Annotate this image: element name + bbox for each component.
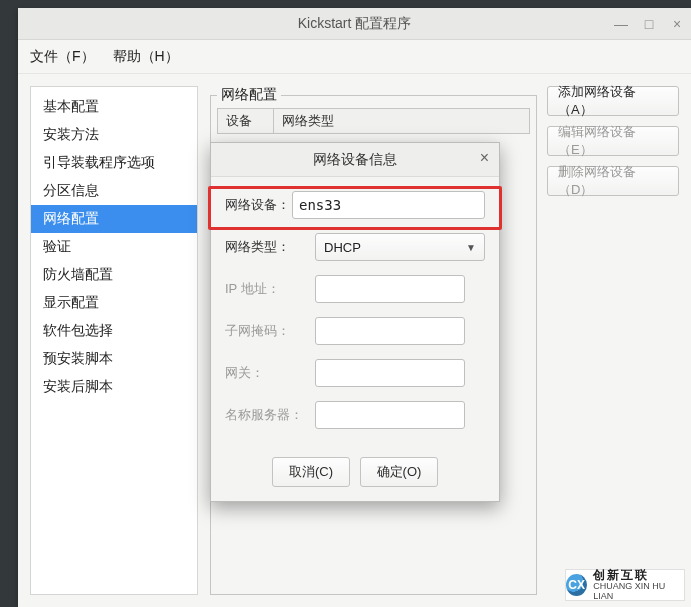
window-controls: — □ ×: [613, 8, 685, 40]
sidebar-item-postscript[interactable]: 安装后脚本: [31, 373, 197, 401]
menu-file[interactable]: 文件（F）: [30, 48, 95, 66]
sidebar-item-firewall[interactable]: 防火墙配置: [31, 261, 197, 289]
sidebar-item-install[interactable]: 安装方法: [31, 121, 197, 149]
sidebar-item-basic[interactable]: 基本配置: [31, 93, 197, 121]
row-type: 网络类型： DHCP ▼: [225, 233, 485, 261]
nameserver-label: 名称服务器：: [225, 406, 315, 424]
sidebar-item-prescript[interactable]: 预安装脚本: [31, 345, 197, 373]
device-table-header: 设备 网络类型: [217, 108, 530, 134]
titlebar: Kickstart 配置程序 — □ ×: [18, 8, 691, 40]
col-device[interactable]: 设备: [218, 109, 274, 133]
device-buttons: 添加网络设备（A） 编辑网络设备（E） 删除网络设备（D）: [547, 86, 679, 595]
dialog-close-button[interactable]: ×: [480, 149, 489, 167]
dialog-titlebar: 网络设备信息 ×: [211, 143, 499, 177]
menu-help[interactable]: 帮助（H）: [113, 48, 179, 66]
menubar: 文件（F） 帮助（H）: [18, 40, 691, 74]
device-label: 网络设备：: [225, 196, 292, 214]
sidebar-item-auth[interactable]: 验证: [31, 233, 197, 261]
window-title: Kickstart 配置程序: [18, 15, 691, 33]
sidebar: 基本配置 安装方法 引导装载程序选项 分区信息 网络配置 验证 防火墙配置 显示…: [30, 86, 198, 595]
ip-input[interactable]: [315, 275, 465, 303]
minimize-button[interactable]: —: [613, 16, 629, 32]
close-button[interactable]: ×: [669, 16, 685, 32]
dialog-title: 网络设备信息: [211, 151, 499, 169]
sidebar-item-display[interactable]: 显示配置: [31, 289, 197, 317]
row-device: 网络设备：: [225, 191, 485, 219]
dialog-actions: 取消(C) 确定(O): [211, 453, 499, 501]
sidebar-item-bootloader[interactable]: 引导装载程序选项: [31, 149, 197, 177]
ok-button[interactable]: 确定(O): [360, 457, 438, 487]
row-gateway: 网关：: [225, 359, 485, 387]
ip-label: IP 地址：: [225, 280, 315, 298]
gateway-label: 网关：: [225, 364, 315, 382]
device-input[interactable]: [292, 191, 485, 219]
nameserver-input[interactable]: [315, 401, 465, 429]
dialog-body: 网络设备： 网络类型： DHCP ▼ IP 地址： 子网掩码： 网关： 名称服务…: [211, 177, 499, 453]
sidebar-item-partition[interactable]: 分区信息: [31, 177, 197, 205]
netmask-input[interactable]: [315, 317, 465, 345]
gateway-input[interactable]: [315, 359, 465, 387]
delete-device-button[interactable]: 删除网络设备（D）: [547, 166, 679, 196]
row-nameserver: 名称服务器：: [225, 401, 485, 429]
add-device-button[interactable]: 添加网络设备（A）: [547, 86, 679, 116]
group-legend: 网络配置: [217, 86, 281, 104]
type-select[interactable]: DHCP ▼: [315, 233, 485, 261]
netmask-label: 子网掩码：: [225, 322, 315, 340]
row-netmask: 子网掩码：: [225, 317, 485, 345]
network-device-dialog: 网络设备信息 × 网络设备： 网络类型： DHCP ▼ IP 地址： 子网掩码：…: [210, 142, 500, 502]
type-label: 网络类型：: [225, 238, 315, 256]
watermark-logo: CX: [566, 574, 587, 596]
watermark-text: 创新互联 CHUANG XIN HU LIAN: [593, 569, 684, 602]
type-value: DHCP: [324, 240, 361, 255]
col-type[interactable]: 网络类型: [274, 109, 529, 133]
sidebar-item-packages[interactable]: 软件包选择: [31, 317, 197, 345]
cancel-button[interactable]: 取消(C): [272, 457, 350, 487]
maximize-button[interactable]: □: [641, 16, 657, 32]
chevron-down-icon: ▼: [466, 242, 476, 253]
row-ip: IP 地址：: [225, 275, 485, 303]
edit-device-button[interactable]: 编辑网络设备（E）: [547, 126, 679, 156]
sidebar-item-network[interactable]: 网络配置: [31, 205, 197, 233]
watermark: CX 创新互联 CHUANG XIN HU LIAN: [565, 569, 685, 601]
